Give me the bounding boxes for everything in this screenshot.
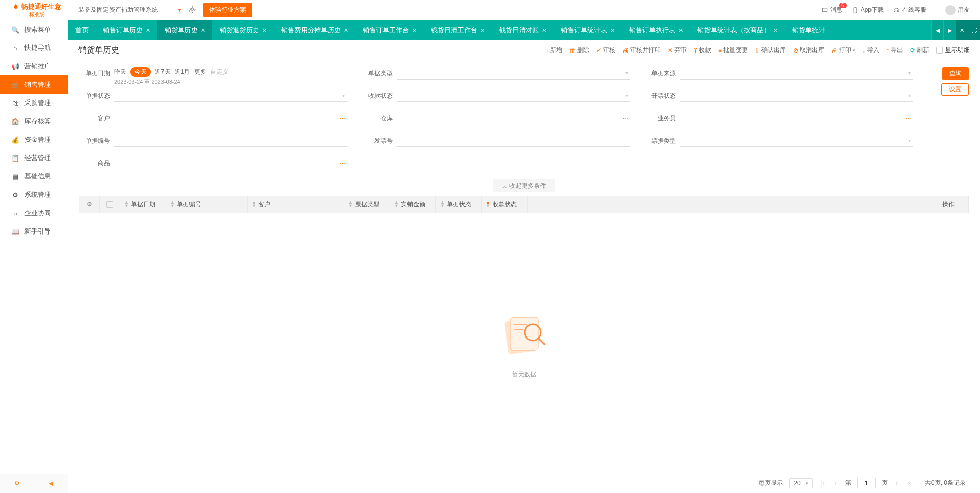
sidebar-purchase[interactable]: 🛍采购管理 — [0, 94, 68, 112]
user-menu[interactable]: 用友 — [945, 5, 970, 15]
refresh-button[interactable]: ⟳刷新 — [910, 46, 929, 55]
page-next-button[interactable]: › — [894, 479, 900, 488]
date-more[interactable]: 更多 — [194, 68, 206, 76]
close-icon[interactable]: ✕ — [344, 27, 348, 34]
page-size-select[interactable]: 20 ▾ — [789, 478, 812, 488]
date-1month[interactable]: 近1月 — [175, 68, 190, 76]
export-button[interactable]: ↑导出 — [886, 46, 903, 55]
tab-sales-order-history[interactable]: 销售订单历史✕ — [96, 20, 157, 40]
close-icon[interactable]: ✕ — [146, 27, 150, 34]
messages-button[interactable]: 消息 6 — [821, 6, 842, 14]
cancel-out-button[interactable]: ⊘取消出库 — [793, 46, 824, 55]
sales-input[interactable]: ··· — [680, 112, 913, 124]
date-today[interactable]: 今天 — [130, 67, 151, 77]
close-icon[interactable]: ✕ — [610, 27, 615, 34]
tab-return-history[interactable]: 销货退货历史✕ — [212, 20, 274, 40]
tab-prev-icon[interactable]: ◀ — [931, 20, 943, 40]
tab-daily-recon[interactable]: 钱货日清对账✕ — [492, 20, 554, 40]
sidebar-fund[interactable]: 💰资金管理 — [0, 131, 68, 149]
print-button[interactable]: 🖨打印▾ — [831, 46, 855, 55]
query-button[interactable]: 查询 — [942, 67, 969, 80]
tab-close-all-icon[interactable]: ✕ — [956, 20, 968, 40]
page-last-button[interactable]: ›| — [906, 479, 914, 488]
tab-home[interactable]: 首页 — [68, 20, 96, 40]
confirm-out-button[interactable]: ⇧确认出库 — [755, 46, 786, 55]
th-date[interactable]: ▲▼单据日期 — [120, 196, 166, 213]
product-input[interactable]: ··· — [114, 157, 347, 169]
close-icon[interactable]: ✕ — [480, 27, 485, 34]
show-detail-toggle[interactable]: 显示明细 — [936, 46, 970, 55]
th-amount[interactable]: ▲▼实销金额 — [390, 196, 436, 213]
doc-status-select[interactable]: ▾ — [114, 90, 347, 102]
ticket-type-select[interactable]: ▾ — [680, 135, 913, 147]
tab-delivery-stats-partial[interactable]: 销货单统计 — [785, 20, 832, 40]
settings-button[interactable]: 设置 — [941, 83, 969, 96]
pay-status-select[interactable]: ▾ — [397, 90, 630, 102]
invoice-status-select[interactable]: ▾ — [680, 90, 913, 102]
sidebar-sales[interactable]: 🛒销售管理 — [0, 75, 68, 94]
tab-daily-bench[interactable]: 钱货日清工作台✕ — [424, 20, 492, 40]
page-prev-button[interactable]: ‹ — [833, 479, 839, 488]
gear-icon[interactable] — [188, 6, 196, 14]
import-button[interactable]: ↓导入 — [862, 46, 879, 55]
tab-order-stats[interactable]: 销售订单统计表✕ — [554, 20, 622, 40]
th-status[interactable]: ▲▼单据状态 — [436, 196, 482, 213]
sidebar-system[interactable]: ⚙系统管理 — [0, 186, 68, 204]
ellipsis-icon[interactable]: ··· — [340, 115, 345, 122]
support-button[interactable]: 在线客服 — [893, 6, 927, 14]
ellipsis-icon[interactable]: ··· — [623, 115, 628, 122]
date-7days[interactable]: 近7天 — [155, 68, 171, 76]
date-yesterday[interactable]: 昨天 — [114, 68, 126, 76]
app-download-button[interactable]: App下载 — [852, 6, 884, 14]
close-icon[interactable]: ✕ — [773, 27, 778, 34]
close-icon[interactable]: ✕ — [412, 27, 417, 34]
close-icon[interactable]: ✕ — [201, 27, 205, 34]
settings-icon[interactable]: ⚙ — [14, 480, 20, 487]
tab-cost-alloc[interactable]: 销售费用分摊单历史✕ — [274, 20, 356, 40]
tab-order-bench[interactable]: 销售订单工作台✕ — [356, 20, 424, 40]
collapse-icon[interactable]: ◀ — [49, 480, 53, 487]
invoice-no-input[interactable] — [397, 135, 630, 147]
abandon-button[interactable]: ✕弃审 — [668, 46, 687, 55]
collapse-filters-button[interactable]: ︽ 收起更多条件 — [493, 179, 555, 192]
tab-order-exec[interactable]: 销售订单执行表✕ — [622, 20, 690, 40]
doc-no-input[interactable] — [114, 135, 347, 147]
ellipsis-icon[interactable]: ··· — [340, 160, 345, 167]
sidebar-quick-nav[interactable]: ⌂快捷导航 — [0, 39, 68, 57]
delete-button[interactable]: 🗑删除 — [569, 46, 589, 55]
collect-button[interactable]: ¥收款 — [694, 46, 711, 55]
sidebar-operate[interactable]: 📋经营管理 — [0, 149, 68, 167]
sidebar-stock[interactable]: 🏠库存核算 — [0, 112, 68, 131]
tab-delivery-stats-product[interactable]: 销货单统计表（按商品）✕ — [690, 20, 785, 40]
page-number-input[interactable] — [857, 478, 876, 488]
doc-source-select[interactable]: ▾ — [680, 67, 913, 80]
tab-expand-icon[interactable]: ⛶ — [968, 20, 980, 40]
th-checkbox[interactable] — [100, 196, 120, 213]
close-icon[interactable]: ✕ — [262, 27, 267, 34]
tab-next-icon[interactable]: ▶ — [943, 20, 956, 40]
th-pay[interactable]: ▲▼收款状态 — [482, 196, 528, 213]
th-gear[interactable]: ⚙ — [79, 196, 100, 213]
sidebar-coop[interactable]: ↔企业协同 — [0, 204, 68, 222]
sidebar-marketing[interactable]: 📢营销推广 — [0, 57, 68, 75]
sidebar-search[interactable]: 🔍搜索菜单 — [0, 20, 68, 39]
th-no[interactable]: ▲▼单据编号 — [166, 196, 248, 213]
close-icon[interactable]: ✕ — [542, 27, 547, 34]
review-print-button[interactable]: 🖨审核并打印 — [622, 46, 661, 55]
try-plan-button[interactable]: 体验行业方案 — [203, 3, 252, 17]
th-customer[interactable]: ▲▼客户 — [248, 196, 344, 213]
customer-input[interactable]: ··· — [114, 112, 347, 124]
close-icon[interactable]: ✕ — [678, 27, 683, 34]
th-ticket[interactable]: ▲▼票据类型 — [344, 196, 390, 213]
sidebar-base[interactable]: ▤基础信息 — [0, 167, 68, 186]
page-first-button[interactable]: |‹ — [819, 479, 827, 488]
doc-type-select[interactable]: ▾ — [397, 67, 630, 80]
ellipsis-icon[interactable]: ··· — [906, 115, 911, 122]
sidebar-guide[interactable]: 📖新手引导 — [0, 222, 68, 241]
review-button[interactable]: ✓审核 — [596, 46, 615, 55]
warehouse-input[interactable]: ··· — [397, 112, 630, 124]
add-button[interactable]: +新增 — [545, 46, 562, 55]
date-custom[interactable]: 自定义 — [210, 68, 229, 76]
batch-button[interactable]: ≡批量变更 — [718, 46, 748, 55]
tab-delivery-history[interactable]: 销货单历史✕ — [157, 20, 212, 40]
